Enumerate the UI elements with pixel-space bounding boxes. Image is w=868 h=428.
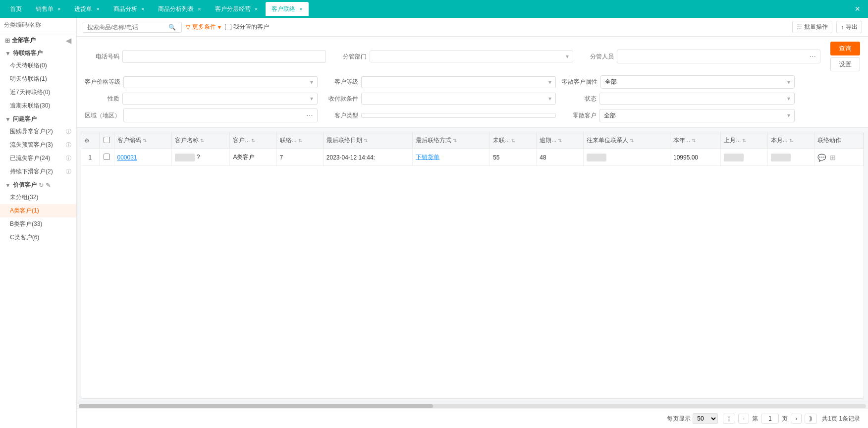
sidebar-group-value[interactable]: ▼ 价值客户 ↻ ✎: [0, 178, 76, 191]
field-customer-level: 客户等级 ▾: [324, 76, 556, 88]
sidebar-item-churned[interactable]: 已流失客户(24) ⓘ: [0, 152, 76, 165]
sidebar-collapse-btn[interactable]: ◀: [66, 37, 71, 45]
sort-method-icon[interactable]: ⇅: [453, 138, 457, 143]
info-icon-abnormal: ⓘ: [66, 128, 71, 135]
row-checkbox[interactable]: [104, 154, 110, 160]
manager-more-icon[interactable]: ···: [810, 52, 816, 61]
field-price-level-input[interactable]: ▾: [123, 76, 318, 88]
close-sales-tab[interactable]: ×: [57, 6, 60, 12]
field-status-input[interactable]: ▾: [599, 93, 795, 105]
field-retail-customer-input[interactable]: 全部 ▾: [599, 109, 795, 122]
sidebar-item-today[interactable]: 今天待联络(0): [0, 59, 76, 72]
toolbar-search-input[interactable]: [87, 24, 166, 31]
close-analysis-tab[interactable]: ×: [141, 6, 144, 12]
row-last-date: 2023-04-12 14:44:: [323, 149, 412, 166]
filter-more-btn[interactable]: ▽ 更多条件 ▾: [186, 23, 221, 31]
th-contact: 联络... ⇅: [276, 132, 323, 149]
sidebar-item-unclassified[interactable]: 未分组(32): [0, 191, 76, 204]
export-btn[interactable]: ↑ 导出: [836, 21, 862, 33]
sidebar-item-declining[interactable]: 持续下滑客户(2) ⓘ: [0, 165, 76, 178]
close-analysis-list-tab[interactable]: ×: [198, 6, 201, 12]
sidebar-item-abnormal[interactable]: 囤购异常客户(2) ⓘ: [0, 125, 76, 138]
nav-sales[interactable]: 销售单 ×: [30, 2, 66, 16]
settings-button[interactable]: 设置: [830, 57, 860, 71]
my-customers-input[interactable]: [225, 24, 231, 30]
close-purchase-tab[interactable]: ×: [96, 6, 99, 12]
field-retail-attr-input[interactable]: 全部 ▾: [600, 75, 795, 89]
region-more-icon[interactable]: ···: [306, 111, 313, 120]
field-manager-input[interactable]: ···: [617, 50, 820, 63]
sort-year-icon[interactable]: ⇅: [692, 138, 696, 143]
sort-lastmonth-icon[interactable]: ⇅: [742, 138, 746, 143]
sidebar-item-tomorrow[interactable]: 明天待联络(1): [0, 72, 76, 86]
top-navigation: 首页 销售单 × 进货单 × 商品分析 × 商品分析列表 × 客户分层经营 × …: [0, 0, 868, 18]
sidebar-item-7days[interactable]: 近7天待联络(0): [0, 86, 76, 99]
toolbar: 🔍 ▽ 更多条件 ▾ 我分管的客户 ☰ 批量操作 ↑ 导出: [77, 18, 868, 37]
prev-page-btn[interactable]: ‹: [738, 414, 749, 424]
field-customer-type-input[interactable]: [361, 113, 556, 118]
sort-contact-icon[interactable]: ⇅: [298, 138, 302, 143]
filter-row-1: 电话号码 分管部门 ▾ 分管人员 ···: [85, 42, 860, 71]
sort-name-icon[interactable]: ⇅: [200, 138, 204, 143]
settings-icon[interactable]: ⚙: [84, 137, 90, 144]
nav-product-analysis-list[interactable]: 商品分析列表 ×: [152, 2, 207, 16]
field-customer-level-input[interactable]: ▾: [361, 76, 556, 88]
field-phone-input[interactable]: [122, 50, 326, 63]
field-nature-input[interactable]: ▾: [122, 93, 318, 105]
refresh-icon[interactable]: ↻: [39, 182, 44, 189]
sidebar-search-input[interactable]: [4, 21, 77, 28]
field-price-level: 客户价格等级 ▾: [85, 76, 318, 88]
field-dept-input[interactable]: ▾: [370, 51, 573, 62]
nav-product-analysis[interactable]: 商品分析 ×: [108, 2, 150, 16]
nav-customer-contact[interactable]: 客户联络 ×: [266, 2, 308, 16]
last-page-btn[interactable]: ⟫: [805, 414, 817, 424]
qr-icon[interactable]: ⊞: [830, 154, 836, 161]
row-last-method[interactable]: 下销货单: [413, 149, 490, 166]
window-close-button[interactable]: ×: [851, 4, 864, 14]
nav-purchase[interactable]: 进货单 ×: [68, 2, 105, 16]
th-settings[interactable]: ⚙: [81, 132, 99, 149]
page-size-select[interactable]: 50 100: [693, 413, 718, 424]
field-region-input[interactable]: ···: [123, 108, 318, 122]
chat-icon[interactable]: 💬: [817, 154, 826, 161]
sort-uncontacted-icon[interactable]: ⇅: [511, 138, 515, 143]
edit-group-icon[interactable]: ✎: [46, 182, 51, 189]
sidebar-group-problem[interactable]: ▼ 问题客户: [0, 112, 76, 125]
th-name: 客户名称 ⇅: [172, 132, 230, 149]
nav-home[interactable]: 首页: [4, 2, 28, 16]
sidebar-item-class-c[interactable]: C类客户(6): [0, 231, 76, 244]
select-all-checkbox[interactable]: [104, 137, 110, 143]
sidebar-item-overdue[interactable]: 逾期未联络(30): [0, 99, 76, 112]
my-customers-checkbox[interactable]: 我分管的客户: [225, 23, 269, 31]
sidebar-item-class-b[interactable]: B类客户(33): [0, 217, 76, 231]
row-index: 1: [81, 149, 99, 166]
sort-overdue-icon[interactable]: ⇅: [558, 138, 562, 143]
row-overdue: 48: [537, 149, 583, 166]
scrollbar-thumb[interactable]: [79, 404, 433, 408]
page-number-input[interactable]: [761, 414, 779, 424]
sidebar-group-pending[interactable]: ▼ 待联络客户: [0, 47, 76, 59]
field-payment-input[interactable]: ▾: [361, 93, 556, 105]
sidebar-item-class-a[interactable]: A类客户(1): [0, 204, 76, 217]
sort-thismonth-icon[interactable]: ⇅: [789, 138, 793, 143]
sidebar-item-churning[interactable]: 流失预警客户(3) ⓘ: [0, 138, 76, 152]
field-manager-label: 分管人员: [579, 53, 614, 61]
toolbar-search-icon[interactable]: 🔍: [168, 24, 176, 31]
info-icon-declining: ⓘ: [66, 168, 71, 175]
batch-operation-btn[interactable]: ☰ 批量操作: [792, 21, 832, 33]
row-code[interactable]: 000031: [114, 149, 172, 166]
horizontal-scrollbar[interactable]: [77, 403, 868, 409]
th-actions: 联络动作: [814, 132, 863, 149]
query-button[interactable]: 查询: [830, 42, 860, 55]
close-contact-tab[interactable]: ×: [299, 6, 302, 12]
sort-code-icon[interactable]: ⇅: [143, 138, 147, 143]
first-page-btn[interactable]: ⟪: [723, 414, 735, 424]
sort-date-icon[interactable]: ⇅: [364, 138, 368, 143]
sort-type-icon[interactable]: ⇅: [251, 138, 255, 143]
info-icon-churning: ⓘ: [66, 141, 71, 149]
next-page-btn[interactable]: ›: [791, 414, 802, 424]
th-checkbox: [99, 132, 114, 149]
close-tier-tab[interactable]: ×: [255, 6, 258, 12]
sort-unit-icon[interactable]: ⇅: [630, 138, 634, 143]
nav-customer-tier[interactable]: 客户分层经营 ×: [209, 2, 264, 16]
